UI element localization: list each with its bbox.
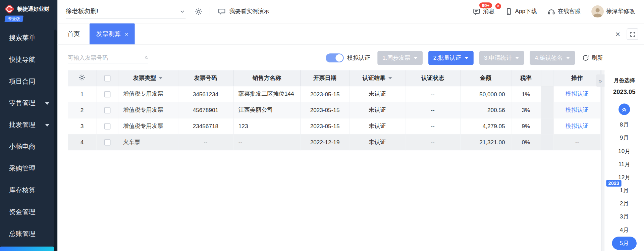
row-checkbox[interactable]	[104, 123, 110, 129]
tab-invoice-calc[interactable]: 发票测算 ×	[90, 23, 135, 44]
fullscreen-icon	[630, 31, 636, 37]
month-item[interactable]: 8月	[604, 118, 644, 132]
cell-amount: 21,321.00	[461, 134, 511, 150]
cell-auth-result: 未认证	[350, 102, 405, 118]
col-invoice-type[interactable]: 发票类型	[118, 70, 178, 86]
demo-link-label: 我要看实例演示	[229, 8, 269, 15]
sidebar-item-wholesale-mgmt[interactable]: 批发管理	[0, 114, 57, 136]
column-settings-button[interactable]	[68, 70, 97, 86]
company-selector-label: 徐老板勿删!	[66, 7, 98, 15]
scroll-months-up-button[interactable]	[619, 104, 630, 115]
sidebar-item-quick-nav[interactable]: 快捷导航	[0, 49, 57, 71]
cell-amount: 4,279.05	[461, 118, 511, 134]
table-header-row: 发票类型 发票号码 销售方名称 开票日期 认证结果 认证状态 金额 税率 操作	[68, 70, 600, 86]
row-checkbox[interactable]	[104, 139, 110, 145]
sidebar-item-label: 批发管理	[9, 121, 35, 130]
select-all-checkbox[interactable]	[104, 75, 110, 81]
sidebar-item-ecommerce[interactable]: 小畅电商	[0, 136, 57, 158]
row-index: 1	[68, 86, 97, 102]
col-auth-result[interactable]: 认证结果	[350, 70, 405, 86]
caret-down-icon	[515, 56, 519, 59]
tab-home[interactable]: 首页	[57, 23, 90, 44]
sidebar-bottom-accent	[0, 247, 54, 251]
cell-spacer	[541, 86, 554, 102]
sidebar-item-retail-mgmt[interactable]: 零售管理	[0, 93, 57, 114]
cell-invoice-type: 增值税专用发票	[118, 86, 178, 102]
month-item[interactable]: 10月	[604, 145, 644, 158]
simulate-auth-link[interactable]: 模拟认证	[566, 122, 589, 129]
month-item[interactable]: 2月	[604, 197, 644, 210]
col-seller-name: 销售方名称	[233, 70, 301, 86]
simulate-auth-link[interactable]: 模拟认证	[566, 106, 589, 113]
sidebar-item-purchase-mgmt[interactable]: 采购管理	[0, 158, 57, 180]
simulate-auth-toggle[interactable]	[326, 53, 344, 62]
messages-button[interactable]: 消息 99+ ×	[473, 8, 494, 15]
cell-auth-status: --	[405, 118, 460, 134]
month-item-selected[interactable]: 5月	[612, 237, 636, 250]
tab-home-label: 首页	[67, 30, 80, 38]
confirm-sign-button[interactable]: 4.确认签名	[530, 51, 575, 65]
cell-invoice-date: 2022-12-19	[300, 134, 350, 150]
month-panel-collapse-button[interactable]: »	[596, 74, 605, 87]
sidebar-item-search-menu[interactable]: 搜索菜单	[0, 27, 57, 49]
select-all-cell	[97, 70, 118, 86]
cell-spacer	[541, 102, 554, 118]
sidebar-item-general-ledger[interactable]: 总账管理	[0, 223, 57, 245]
batch-auth-button[interactable]: 2.批量认证	[428, 51, 473, 65]
apply-stats-button[interactable]: 3.申请统计	[479, 51, 524, 65]
cell-seller-name: 123	[233, 118, 301, 134]
fullscreen-button[interactable]	[627, 28, 638, 40]
content-scrollbar[interactable]	[601, 70, 605, 251]
message-icon	[473, 8, 480, 15]
month-item[interactable]: 3月	[604, 210, 644, 223]
cell-seller-name: 蔬菜批发二区摊位144	[233, 86, 301, 102]
invoice-number-search-input[interactable]	[68, 54, 142, 61]
sidebar-item-funds-mgmt[interactable]: 资金管理	[0, 201, 57, 223]
cell-seller-name: --	[233, 134, 301, 150]
cell-amount: 200.56	[461, 102, 511, 118]
online-service-button[interactable]: 在线客服	[547, 8, 581, 15]
user-menu[interactable]: 徐泽华修改	[591, 5, 635, 18]
refresh-button[interactable]: 刷新	[582, 54, 603, 61]
badge-dismiss-dot[interactable]: ×	[495, 3, 501, 9]
row-checkbox[interactable]	[104, 91, 110, 97]
brand-edition-badge: 专业版	[4, 16, 23, 22]
row-checkbox[interactable]	[104, 107, 110, 113]
cell-auth-result: 未认证	[350, 134, 405, 150]
tab-close-icon[interactable]: ×	[125, 31, 128, 37]
month-item[interactable]: 4月	[604, 223, 644, 237]
sidebar-item-inventory-accounting[interactable]: 库存核算	[0, 180, 57, 201]
toolbar: 模拟认证 1.同步发票 2.批量认证 3.申请统计 4.确认签名	[57, 45, 644, 70]
toolbar-actions: 模拟认证 1.同步发票 2.批量认证 3.申请统计 4.确认签名	[326, 51, 603, 65]
settings-gear-button[interactable]	[195, 8, 202, 15]
demo-link[interactable]: 我要看实例演示	[218, 7, 269, 15]
sync-invoices-button[interactable]: 1.同步发票	[378, 51, 423, 65]
month-panel: » 月份选择 2023.05 8月 9月 10月 11月 12月 1月 2月 3…	[604, 72, 644, 251]
month-item[interactable]: 11月	[604, 158, 644, 171]
caret-down-icon	[414, 56, 418, 59]
cell-auth-status: --	[405, 86, 460, 102]
sidebar-item-project-contract[interactable]: 项目合同	[0, 71, 57, 93]
cell-invoice-type: 火车票	[118, 134, 178, 150]
col-auth-status: 认证状态	[405, 70, 460, 86]
chevron-right-icon: »	[598, 77, 602, 84]
company-selector[interactable]: 徐老板勿删!	[66, 4, 186, 18]
gear-icon	[195, 8, 202, 15]
month-item[interactable]: 9月	[604, 132, 644, 145]
sidebar-scrollbar[interactable]	[54, 30, 57, 251]
sort-caret-icon	[388, 77, 392, 79]
user-avatar[interactable]	[591, 5, 604, 18]
search-icon[interactable]	[145, 54, 148, 61]
close-page-icon[interactable]: ×	[615, 30, 620, 39]
chat-bubble-icon	[218, 7, 226, 15]
sidebar-item-label: 项目合同	[9, 77, 35, 86]
caret-down-icon	[45, 124, 49, 126]
simulate-auth-link[interactable]: 模拟认证	[566, 90, 589, 97]
cell-action: 模拟认证	[554, 118, 601, 134]
cell-auth-result: 未认证	[350, 86, 405, 102]
cell-tax-rate: 0%	[511, 134, 541, 150]
table-row: 1 增值税专用发票 34561234 蔬菜批发二区摊位144 2023-05-1…	[68, 86, 600, 102]
sidebar-item-label: 总账管理	[9, 230, 35, 238]
app-download-button[interactable]: App下载	[505, 8, 537, 15]
avatar-person-icon	[591, 5, 604, 18]
